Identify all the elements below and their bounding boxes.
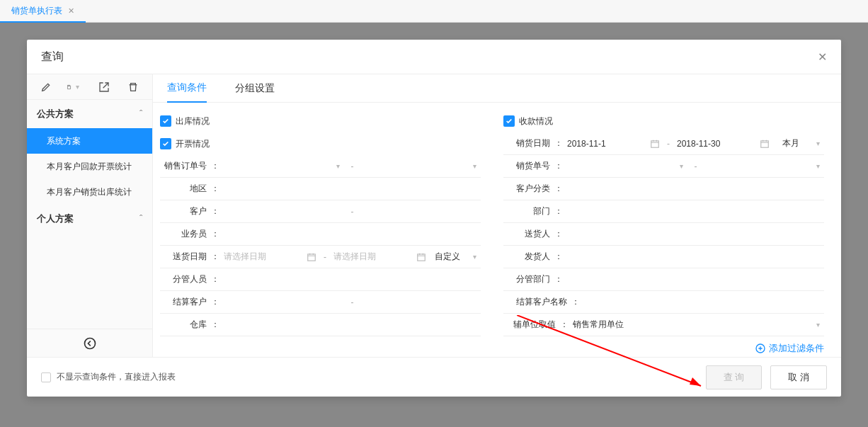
checkbox-icon — [160, 115, 171, 127]
skip-query-label: 不显示查询条件，直接进入报表 — [57, 371, 176, 383]
personal-plans-label: 个人方案 — [37, 212, 74, 225]
query-button[interactable]: 查 询 — [706, 365, 763, 389]
field-deliver-date[interactable]: 送货日期： 请选择日期 - 请选择日期 自定义 ▾ — [160, 246, 481, 268]
public-plans-label: 公共方案 — [37, 108, 74, 120]
export-icon[interactable] — [96, 79, 113, 96]
calendar-icon — [416, 252, 426, 262]
sidebar-toolbar: ▾ — [27, 74, 152, 100]
checkbox-icon — [160, 138, 171, 149]
field-shipper[interactable]: 发货人： — [503, 246, 824, 268]
svg-point-0 — [84, 338, 95, 348]
tab-bar: 查询条件 分组设置 — [153, 74, 841, 103]
right-column: 收款情况 销货日期： 2018-11-1 - 2018-11-30 — [503, 110, 824, 336]
chevron-down-icon: ▾ — [812, 162, 824, 170]
checkbox-outbound[interactable]: 出库情况 — [160, 110, 481, 132]
sidebar-item-label: 本月客户回款开票统计 — [47, 161, 132, 173]
field-warehouse[interactable]: 仓库： — [160, 314, 481, 336]
field-settle-customer-name[interactable]: 结算客户名称： — [503, 291, 824, 314]
svg-rect-2 — [418, 254, 426, 260]
field-sales-no[interactable]: 销货单号： ▾ - ▾ — [503, 155, 824, 178]
chevron-up-icon: ˆ — [139, 109, 142, 119]
field-sales-order-no[interactable]: 销售订单号： ▾ - ▾ — [160, 155, 481, 178]
chevron-down-icon: ▾ — [812, 321, 824, 329]
field-region[interactable]: 地区： — [160, 178, 481, 200]
field-sales-date[interactable]: 销货日期： 2018-11-1 - 2018-11-30 本月 ▾ — [503, 132, 824, 155]
field-in-charge-person[interactable]: 分管人员： — [160, 268, 481, 291]
chevron-down-icon: ▾ — [332, 162, 344, 170]
left-column: 出库情况 开票情况 销售订单号： ▾ — [160, 110, 481, 336]
plus-icon — [755, 343, 766, 354]
field-deliverer[interactable]: 送货人： — [503, 223, 824, 246]
tab-query-conditions[interactable]: 查询条件 — [167, 74, 207, 103]
modal-overlay: 查询 ✕ ▾ — [0, 23, 868, 427]
svg-rect-1 — [308, 254, 316, 260]
field-in-charge-dept[interactable]: 分管部门： — [503, 268, 824, 291]
sidebar-item-receipt-invoice[interactable]: 本月客户回款开票统计 — [27, 154, 152, 179]
public-plans-header[interactable]: 公共方案 ˆ — [27, 100, 152, 128]
main-panel: 查询条件 分组设置 出库情况 — [153, 74, 841, 357]
field-customer-cat[interactable]: 客户分类： — [503, 178, 824, 200]
cancel-button[interactable]: 取 消 — [770, 365, 827, 389]
sidebar-item-label: 本月客户销货出库统计 — [47, 186, 132, 198]
add-filter-button[interactable]: 添加过滤条件 — [755, 342, 824, 355]
page-tab-label: 销货单执行表 — [11, 5, 62, 17]
save-icon[interactable]: ▾ — [67, 79, 84, 96]
checkbox-invoice[interactable]: 开票情况 — [160, 132, 481, 155]
field-salesman[interactable]: 业务员： — [160, 223, 481, 246]
tab-group-settings[interactable]: 分组设置 — [235, 74, 275, 103]
svg-rect-3 — [651, 140, 659, 147]
query-modal: 查询 ✕ ▾ — [27, 40, 841, 397]
field-settle-customer[interactable]: 结算客户： - — [160, 291, 481, 314]
checkbox-receipt[interactable]: 收款情况 — [503, 110, 824, 132]
edit-icon[interactable] — [38, 79, 55, 96]
chevron-up-icon: ˆ — [139, 214, 142, 224]
chevron-down-icon: ▾ — [812, 140, 824, 147]
calendar-icon — [307, 252, 316, 262]
sidebar-item-label: 系统方案 — [47, 135, 81, 147]
sidebar: ▾ 公共方案 ˆ 系统方案 — [27, 74, 153, 357]
sidebar-item-sales-outbound[interactable]: 本月客户销货出库统计 — [27, 179, 152, 205]
modal-footer: 不显示查询条件，直接进入报表 查 询 取 消 — [27, 357, 841, 397]
delete-icon[interactable] — [125, 79, 142, 96]
close-icon[interactable]: ✕ — [818, 50, 827, 64]
chevron-down-icon: ▾ — [469, 253, 481, 261]
sidebar-item-system-plan[interactable]: 系统方案 — [27, 128, 152, 154]
personal-plans-header[interactable]: 个人方案 ˆ — [27, 205, 152, 233]
field-aux-unit[interactable]: 辅单位取值： 销售常用单位 ▾ — [503, 314, 824, 336]
close-icon[interactable]: ✕ — [68, 6, 74, 16]
modal-title: 查询 — [41, 50, 64, 64]
chevron-down-icon: ▾ — [469, 162, 481, 170]
back-icon[interactable] — [83, 336, 97, 351]
checkbox-icon — [503, 115, 515, 127]
page-tab[interactable]: 销货单执行表 ✕ — [0, 0, 86, 23]
field-dept[interactable]: 部门： — [503, 200, 824, 223]
field-customer[interactable]: 客户： - — [160, 200, 481, 223]
chevron-down-icon: ▾ — [675, 162, 687, 170]
skip-query-checkbox[interactable] — [41, 372, 51, 382]
calendar-icon — [650, 139, 660, 149]
svg-rect-4 — [761, 140, 769, 147]
calendar-icon — [760, 139, 770, 149]
modal-header: 查询 ✕ — [27, 40, 841, 74]
